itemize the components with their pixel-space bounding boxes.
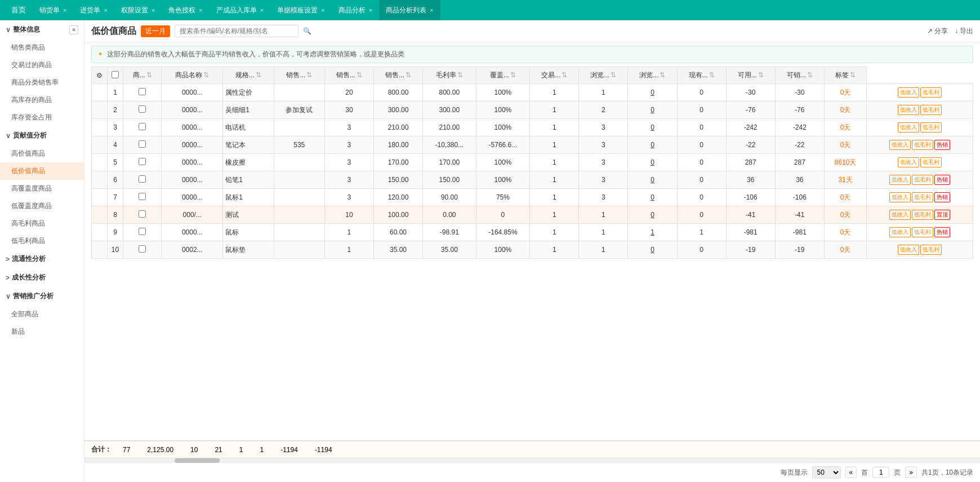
scrollbar-thumb[interactable] [175,458,220,463]
nav-close-icon[interactable]: × [430,7,433,14]
nav-home[interactable]: 首页 [5,0,33,20]
nav-close-icon[interactable]: × [104,7,107,14]
nav-permissions[interactable]: 权限设置 × [114,0,162,20]
row-checkbox-cell[interactable] [123,119,162,136]
row-checkbox[interactable] [139,228,146,235]
page-size-select[interactable]: 50 100 200 [812,466,841,479]
sidebar-section-circulation[interactable]: > 流通性分析 [0,250,84,268]
row-checkbox-cell[interactable] [123,84,162,101]
row-checkbox[interactable] [139,193,146,200]
nav-close-icon[interactable]: × [199,7,202,14]
row-checkbox[interactable] [139,158,146,165]
row-browse1[interactable]: 0 [628,241,677,259]
sidebar-item-high-stock[interactable]: 高库存的商品 [0,91,84,109]
sidebar-item-low-margin[interactable]: 低毛利商品 [0,232,84,250]
row-browse1[interactable]: 0 [628,101,677,119]
col-trade[interactable]: 交易...⇅ [530,67,579,84]
row-checkbox-cell[interactable] [123,206,162,224]
col-sales-price[interactable]: 销售...⇅ [324,67,373,84]
row-checkbox-cell[interactable] [123,101,162,119]
nav-product-analysis-list[interactable]: 商品分析列表 × [379,0,440,20]
row-checkbox-cell[interactable] [123,154,162,171]
row-checkbox[interactable] [139,210,146,218]
sidebar-item-stock-capital[interactable]: 库存资金占用 [0,109,84,126]
nav-close-icon[interactable]: × [260,7,264,14]
row-browse1[interactable]: 0 [628,136,677,154]
browse-link[interactable]: 0 [651,123,654,131]
row-browse1[interactable]: 1 [628,224,677,241]
col-code[interactable]: 商...⇅ [123,67,162,84]
row-checkbox-cell[interactable] [123,136,162,154]
row-browse1[interactable]: 0 [628,84,677,101]
row-checkbox[interactable] [139,123,146,130]
col-available-stock[interactable]: 可用...⇅ [726,67,775,84]
browse-link[interactable]: 0 [651,141,654,149]
sidebar-item-high-margin[interactable]: 高毛利商品 [0,215,84,232]
row-browse1[interactable]: 0 [628,154,677,171]
row-checkbox[interactable] [139,140,146,148]
col-tags[interactable]: 标签⇅ [824,67,867,84]
sidebar-section-overall[interactable]: ∨ 整体信息 « [0,20,84,39]
sidebar-item-high-coverage[interactable]: 高覆盖度商品 [0,180,84,197]
row-checkbox[interactable] [139,105,146,113]
sidebar-section-marketing[interactable]: ∨ 营销推广分析 [0,287,84,306]
row-checkbox-cell[interactable] [123,224,162,241]
search-input[interactable] [175,25,299,37]
sidebar-item-sales-category[interactable]: 销售类商品 [0,39,84,56]
browse-link[interactable]: 1 [651,228,654,236]
first-page-button[interactable]: « [845,467,857,478]
row-checkbox-cell[interactable] [123,241,162,259]
nav-product-analysis[interactable]: 商品分析 × [332,0,379,20]
sidebar-item-high-value[interactable]: 高价值商品 [0,145,84,162]
sidebar-section-growth[interactable]: > 成长性分析 [0,268,84,287]
nav-close-icon[interactable]: × [369,7,372,14]
nav-close-icon[interactable]: × [63,7,66,14]
nav-close-icon[interactable]: × [321,7,324,14]
filter-button[interactable]: 近一月 [141,25,170,37]
browse-link[interactable]: 0 [651,106,654,114]
browse-link[interactable]: 0 [651,176,654,184]
nav-product-inbound[interactable]: 产成品入库单 × [210,0,270,20]
browse-link[interactable]: 0 [651,246,654,254]
nav-role-auth[interactable]: 角色授权 × [162,0,209,20]
nav-purchase-order[interactable]: 进货单 × [73,0,114,20]
sidebar-item-traded[interactable]: 交易过的商品 [0,56,84,74]
sidebar-item-low-coverage[interactable]: 低覆盖度商品 [0,197,84,215]
col-current-stock[interactable]: 现有...⇅ [677,67,726,84]
last-page-button[interactable]: » [905,467,917,478]
browse-link[interactable]: 0 [651,193,654,201]
col-sales-qty[interactable]: 销售...⇅ [274,67,324,84]
collapse-button[interactable]: « [69,25,78,34]
col-coverage[interactable]: 覆盖...⇅ [476,67,530,84]
export-button[interactable]: ↓ 导出 [955,26,973,36]
col-name[interactable]: 商品名称⇅ [162,67,223,84]
horizontal-scrollbar[interactable] [84,458,980,462]
col-settings[interactable]: ⚙ [92,67,108,84]
col-gross-margin[interactable]: 毛利率⇅ [423,67,476,84]
select-all-checkbox[interactable] [112,71,119,78]
browse-link[interactable]: 0 [651,211,654,219]
share-button[interactable]: ↗ 分享 [927,26,948,36]
row-browse1[interactable]: 0 [628,171,677,189]
nav-close-icon[interactable]: × [152,7,155,14]
col-spec[interactable]: 规格...⇅ [223,67,274,84]
sidebar-item-all-products[interactable]: 全部商品 [0,306,84,323]
nav-template-settings[interactable]: 单据模板设置 × [270,0,331,20]
browse-link[interactable]: 0 [651,158,654,166]
col-browse2[interactable]: 浏览...⇅ [628,67,677,84]
row-checkbox[interactable] [139,175,146,183]
col-browse1[interactable]: 浏览...⇅ [579,67,628,84]
row-browse1[interactable]: 0 [628,189,677,206]
search-icon[interactable]: 🔍 [303,27,311,35]
col-checkbox[interactable] [108,67,123,84]
row-browse1[interactable]: 0 [628,119,677,136]
page-number-input[interactable] [872,467,889,478]
sidebar-item-low-value[interactable]: 低价值商品 [0,162,84,180]
sidebar-item-new-products[interactable]: 新品 [0,323,84,341]
sidebar-section-contribution[interactable]: ∨ 贡献值分析 [0,126,84,145]
row-checkbox[interactable] [139,88,146,95]
row-checkbox-cell[interactable] [123,189,162,206]
sidebar-item-category-sales-rate[interactable]: 商品分类销售率 [0,74,84,91]
row-checkbox[interactable] [139,245,146,253]
row-checkbox-cell[interactable] [123,171,162,189]
